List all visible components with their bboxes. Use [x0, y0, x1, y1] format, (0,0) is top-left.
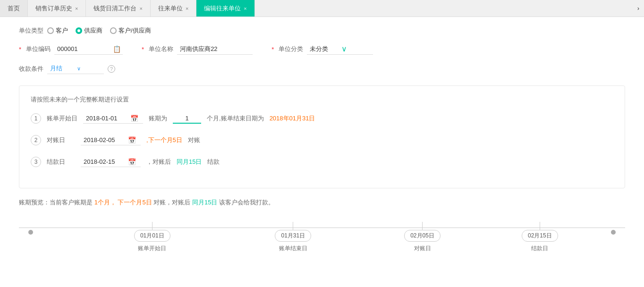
unit-code-label: 单位编码	[26, 45, 51, 53]
radio-supplier-label: 供应商	[84, 26, 102, 35]
timeline-label-4: 结款日	[531, 245, 548, 253]
radio-customer-supplier-label: 客户/供应商	[119, 26, 151, 35]
radio-supplier[interactable]: 供应商	[76, 26, 102, 35]
unit-code-field: 📋	[54, 43, 123, 55]
step-3-highlight: 同月15日	[177, 158, 202, 166]
step-2-num: 2	[31, 135, 41, 145]
step-1-date-field: 📅	[83, 114, 143, 124]
step-3-date-input[interactable]	[84, 158, 126, 165]
tab-edit-partner[interactable]: 编辑往来单位 ×	[196, 0, 254, 17]
preview-section: 账期预览：当前客户账期是 1个月， 下一个月5日 对账，对账后 同月15日 该客…	[19, 198, 625, 208]
card-title: 请按照未来的一个完整帐期进行设置	[31, 95, 613, 104]
unit-category-group: * 单位分类 未分类 ∨	[271, 43, 373, 55]
unit-type-group: 单位类型 客户 供应商 客户/供应商	[19, 26, 151, 35]
close-sales-history-icon[interactable]: ×	[75, 6, 78, 11]
tab-more-button[interactable]: ›	[633, 0, 644, 17]
tab-sales-history[interactable]: 销售订单历史 ×	[28, 0, 86, 17]
radio-customer-supplier-circle	[110, 27, 117, 34]
unit-name-star: *	[142, 46, 144, 53]
tab-cash-work[interactable]: 钱货日清工作台 ×	[86, 0, 150, 17]
step-3-row: 3 结款日 📅 ，对账后 同月15日 结款	[31, 157, 613, 167]
payment-terms-row: 收款条件 月结 ∨ ?	[19, 63, 625, 74]
tab-edit-partner-label: 编辑往来单位	[204, 4, 241, 13]
tab-home[interactable]: 首页	[0, 0, 28, 17]
payment-terms-value: 月结	[50, 64, 74, 73]
timeline-end-dot	[611, 230, 616, 235]
tab-cash-work-label: 钱货日清工作台	[93, 4, 136, 13]
step-1-date-input[interactable]	[86, 115, 128, 122]
unit-name-input[interactable]	[177, 44, 253, 53]
step-1-highlight: 2018年01月31日	[270, 114, 315, 123]
timeline-point-1: 01月01日 账单开始日	[134, 222, 170, 253]
payment-terms-group: 收款条件 月结 ∨ ?	[19, 63, 115, 74]
payment-terms-help-icon[interactable]: ?	[108, 65, 115, 73]
unit-category-value: 未分类	[310, 45, 339, 53]
unit-category-label: 单位分类	[279, 45, 303, 53]
close-partner-unit-icon[interactable]: ×	[186, 6, 188, 11]
step-2-suffix-text: 对账	[188, 136, 200, 144]
step-1-calendar-icon[interactable]: 📅	[128, 115, 140, 122]
preview-part2: 下一个月5日	[118, 199, 152, 206]
radio-supplier-circle	[76, 27, 82, 34]
timeline-container: 01月01日 账单开始日 01月31日 账单结束日 02月05日 对账日 02月…	[19, 217, 625, 264]
preview-part3: 同月15日	[192, 199, 217, 206]
step-1-middle-text: 账期为	[149, 114, 167, 123]
unit-name-group: * 单位名称	[142, 43, 253, 55]
unit-category-arrow-icon: ∨	[341, 44, 370, 53]
step-3-calendar-icon[interactable]: 📅	[126, 158, 138, 166]
unit-category-star: *	[271, 46, 274, 53]
step-2-label: 对账日	[47, 136, 75, 144]
tab-partner-unit[interactable]: 往来单位 ×	[151, 0, 196, 17]
unit-name-label: 单位名称	[149, 45, 173, 53]
payment-terms-label: 收款条件	[19, 65, 43, 73]
step-2-highlight-prefix: ,下一个月5日	[146, 136, 182, 144]
unit-type-label: 单位类型	[19, 26, 43, 35]
payment-terms-select[interactable]: 月结 ∨	[47, 63, 104, 74]
close-cash-work-icon[interactable]: ×	[139, 6, 142, 11]
step-1-num: 1	[31, 113, 41, 124]
step-3-num: 3	[31, 157, 41, 167]
step-3-suffix-text: 结款	[207, 158, 220, 166]
timeline-label-1: 账单开始日	[138, 245, 166, 253]
tab-bar: 首页 销售订单历史 × 钱货日清工作台 × 往来单位 × 编辑往来单位 × ›	[0, 0, 644, 17]
tab-home-label: 首页	[8, 4, 20, 13]
step-1-period-input[interactable]	[173, 114, 201, 124]
unit-type-radio-group: 客户 供应商 客户/供应商	[47, 26, 151, 35]
unit-code-group: * 单位编码 📋	[19, 43, 123, 55]
step-3-label: 结款日	[47, 158, 75, 166]
timeline-badge-4: 02月15日	[522, 230, 558, 242]
unit-category-select[interactable]: 未分类 ∨	[307, 43, 373, 55]
payment-terms-arrow-icon: ∨	[77, 66, 101, 72]
radio-customer-supplier[interactable]: 客户/供应商	[110, 26, 151, 35]
unit-info-row: * 单位编码 📋 * 单位名称 * 单位分类 未分类 ∨	[19, 43, 625, 55]
unit-code-copy-icon[interactable]: 📋	[111, 45, 123, 53]
unit-name-field	[177, 43, 253, 55]
step-2-calendar-icon[interactable]: 📅	[126, 136, 138, 144]
timeline-label-2: 账单结束日	[279, 245, 307, 253]
step-3-prefix-text: ，对账后	[146, 158, 171, 166]
step-1-suffix-text: 个月,账单结束日期为	[207, 114, 264, 123]
timeline-start-dot	[28, 230, 33, 235]
timeline-point-2: 01月31日 账单结束日	[275, 222, 311, 253]
step-2-row: 2 对账日 📅 ,下一个月5日 对账	[31, 135, 613, 145]
tab-more-icon: ›	[637, 5, 639, 12]
main-content: 单位类型 客户 供应商 客户/供应商 * 单位编码	[0, 17, 644, 287]
step-2-date-field: 📅	[81, 135, 141, 145]
timeline-point-4: 02月15日 结款日	[522, 222, 558, 253]
timeline-point-3: 02月05日 对账日	[404, 222, 441, 253]
step-2-date-input[interactable]	[84, 136, 126, 144]
timeline-badge-3: 02月05日	[404, 230, 441, 242]
preview-prefix: 账期预览：当前客户账期是	[19, 199, 93, 206]
radio-customer-circle	[47, 27, 54, 34]
radio-customer-label: 客户	[56, 26, 68, 35]
unit-code-input[interactable]	[54, 44, 111, 53]
tab-partner-unit-label: 往来单位	[158, 4, 183, 13]
payment-settings-card: 请按照未来的一个完整帐期进行设置 1 账单开始日 📅 账期为 个月,账单结束日期…	[19, 85, 625, 188]
close-edit-partner-icon[interactable]: ×	[244, 6, 246, 11]
unit-code-star: *	[19, 46, 21, 53]
radio-customer[interactable]: 客户	[47, 26, 68, 35]
step-3-date-field: 📅	[81, 157, 141, 167]
preview-middle: 对账，对账后	[153, 199, 190, 206]
tab-sales-history-label: 销售订单历史	[35, 4, 72, 13]
step-1-label: 账单开始日	[47, 114, 77, 123]
